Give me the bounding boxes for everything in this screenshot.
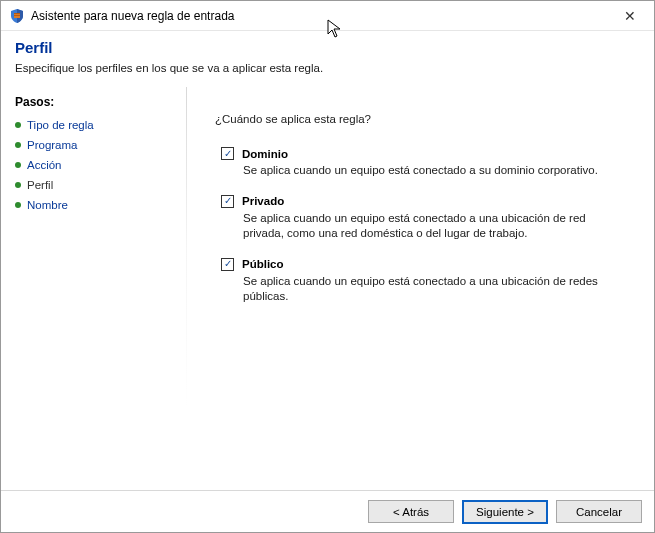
option-label: Público (242, 258, 284, 270)
check-icon: ✓ (224, 149, 232, 159)
check-icon: ✓ (224, 259, 232, 269)
svg-rect-1 (14, 13, 20, 14)
step-label: Nombre (27, 199, 68, 211)
step-bullet-icon (15, 142, 21, 148)
option-label: Privado (242, 195, 284, 207)
wizard-header: Perfil Especifique los perfiles en los q… (1, 31, 654, 84)
checkbox-dominio[interactable]: ✓ (221, 147, 234, 160)
step-label: Programa (27, 139, 78, 151)
step-programa[interactable]: Programa (15, 135, 177, 155)
next-button[interactable]: Siguiente > (462, 500, 548, 524)
step-bullet-icon (15, 122, 21, 128)
option-description: Se aplica cuando un equipo está conectad… (243, 163, 623, 179)
option-label: Dominio (242, 148, 288, 160)
step-label: Tipo de regla (27, 119, 94, 131)
profile-prompt: ¿Cuándo se aplica esta regla? (215, 113, 636, 125)
step-label: Acción (27, 159, 62, 171)
step-tipo-de-regla[interactable]: Tipo de regla (15, 115, 177, 135)
wizard-footer: < Atrás Siguiente > Cancelar (1, 490, 654, 532)
back-button[interactable]: < Atrás (368, 500, 454, 523)
step-bullet-icon (15, 182, 21, 188)
step-label: Perfil (27, 179, 53, 191)
step-nombre[interactable]: Nombre (15, 195, 177, 215)
check-icon: ✓ (224, 196, 232, 206)
checkbox-privado[interactable]: ✓ (221, 195, 234, 208)
main-content: ¿Cuándo se aplica esta regla? ✓ Dominio … (187, 87, 654, 490)
close-icon: ✕ (624, 8, 636, 24)
checkbox-publico[interactable]: ✓ (221, 258, 234, 271)
svg-rect-2 (14, 15, 20, 16)
page-title: Perfil (15, 39, 640, 56)
option-publico: ✓ Público Se aplica cuando un equipo est… (221, 258, 636, 305)
option-privado: ✓ Privado Se aplica cuando un equipo est… (221, 195, 636, 242)
steps-heading: Pasos: (15, 95, 177, 109)
option-description: Se aplica cuando un equipo está conectad… (243, 274, 623, 305)
option-dominio: ✓ Dominio Se aplica cuando un equipo est… (221, 147, 636, 179)
steps-sidebar: Pasos: Tipo de regla Programa Acción Per… (1, 87, 187, 490)
step-bullet-icon (15, 202, 21, 208)
step-bullet-icon (15, 162, 21, 168)
wizard-body: Pasos: Tipo de regla Programa Acción Per… (1, 87, 654, 490)
firewall-shield-icon (9, 8, 25, 24)
window-title: Asistente para nueva regla de entrada (31, 9, 610, 23)
cancel-button[interactable]: Cancelar (556, 500, 642, 523)
close-button[interactable]: ✕ (610, 2, 650, 30)
titlebar: Asistente para nueva regla de entrada ✕ (1, 1, 654, 31)
option-description: Se aplica cuando un equipo está conectad… (243, 211, 623, 242)
page-description: Especifique los perfiles en los que se v… (15, 62, 640, 74)
step-perfil[interactable]: Perfil (15, 175, 177, 195)
step-accion[interactable]: Acción (15, 155, 177, 175)
